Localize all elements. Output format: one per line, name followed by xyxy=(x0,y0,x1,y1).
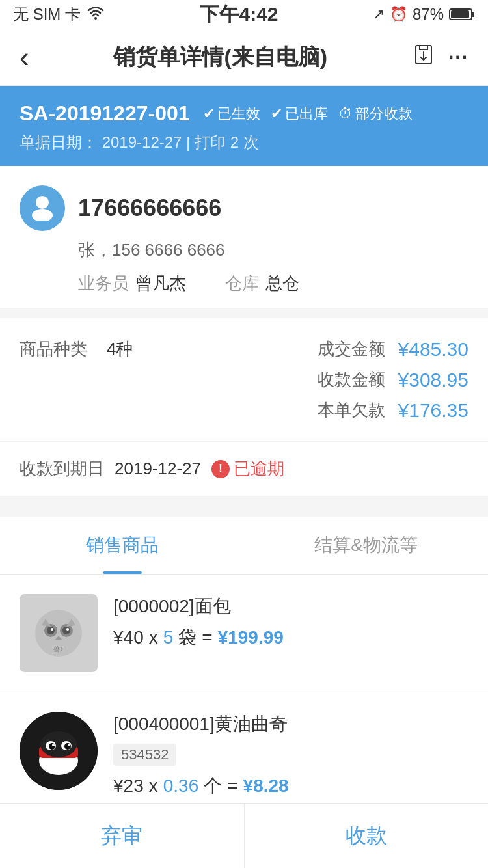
product-item-2: [000400001]黄油曲奇 534532 ¥23 x 0.36 个 = ¥8… xyxy=(0,692,488,819)
price-base-2: ¥23 xyxy=(113,776,144,796)
carrier-text: 无 SIM 卡 xyxy=(13,4,81,25)
status-badge-shipped: ✔ 已出库 xyxy=(271,104,328,124)
svg-point-25 xyxy=(64,743,71,750)
product-info-2: [000400001]黄油曲奇 534532 ¥23 x 0.36 个 = ¥8… xyxy=(113,712,468,798)
price-qty-1: 5 xyxy=(163,627,174,648)
product-thumbnail-2 xyxy=(20,712,98,790)
collect-payment-button[interactable]: 收款 xyxy=(245,804,489,868)
time-text: 下午4:42 xyxy=(200,1,278,28)
svg-point-10 xyxy=(47,627,55,634)
header-banner: SA-20191227-001 ✔ 已生效 ✔ 已出库 ⏱ 部分收款 单据日期：… xyxy=(0,86,488,166)
deal-amount-row: 成交金额 ¥485.30 xyxy=(318,338,468,360)
product-price-row-1: ¥40 x 5 袋 = ¥199.99 xyxy=(113,625,468,650)
product-tag-2: 534532 xyxy=(113,744,176,766)
product-name-2: [000400001]黄油曲奇 xyxy=(113,712,468,737)
svg-point-24 xyxy=(49,743,55,750)
wifi-icon xyxy=(86,5,105,23)
divider-2 xyxy=(0,496,488,506)
stats-section: 商品种类 4种 成交金额 ¥485.30 收款金额 ¥308.95 本单欠款 ¥… xyxy=(0,318,488,441)
avatar-icon xyxy=(27,191,57,226)
payment-row: 收款金额 ¥308.95 xyxy=(318,368,468,391)
customer-section: 17666666666 张，156 6666 6666 业务员 曾凡杰 仓库 总… xyxy=(0,166,488,308)
price-x-2: x xyxy=(149,776,158,796)
due-label: 收款到期日 xyxy=(20,457,104,480)
product-item: 兽+ [0000002]面包 ¥40 x 5 袋 = ¥199.99 xyxy=(0,575,488,692)
banner-date: 单据日期： 2019-12-27 | 打印 2 次 xyxy=(20,132,468,153)
svg-point-6 xyxy=(32,209,53,221)
due-section: 收款到期日 2019-12-27 ! 已逾期 xyxy=(0,441,488,496)
debt-value: ¥176.35 xyxy=(398,400,468,422)
customer-detail: 张，156 6666 6666 xyxy=(78,239,468,262)
status-bar: 无 SIM 卡 下午4:42 ↗ ⏰ 87% xyxy=(0,0,488,29)
product-name-1: [0000002]面包 xyxy=(113,594,468,619)
svg-rect-3 xyxy=(451,10,469,18)
product-price-row-2: ¥23 x 0.36 个 = ¥8.28 xyxy=(113,774,468,798)
price-equals-1: = xyxy=(202,627,212,648)
check-icon-2: ✔ xyxy=(271,105,282,122)
tab-underline xyxy=(103,571,142,574)
svg-point-5 xyxy=(36,196,49,209)
product-type-label: 商品种类 xyxy=(20,338,87,360)
status-right: ↗ ⏰ 87% xyxy=(373,5,475,23)
bottom-bar: 弃审 收款 xyxy=(0,803,488,868)
svg-point-12 xyxy=(51,628,53,631)
payment-value: ¥308.95 xyxy=(398,369,468,391)
more-icon[interactable]: ··· xyxy=(448,46,468,68)
product-info-1: [0000002]面包 ¥40 x 5 袋 = ¥199.99 xyxy=(113,594,468,650)
clock-icon: ⏱ xyxy=(338,105,353,122)
check-icon-1: ✔ xyxy=(203,105,215,122)
back-button[interactable]: ‹ xyxy=(20,41,29,74)
price-equals-2: = xyxy=(227,776,237,796)
alarm-icon: ⏰ xyxy=(390,6,407,23)
tab-products[interactable]: 销售商品 xyxy=(0,517,244,574)
page-title: 销货单详情(来自电脑) xyxy=(113,42,327,72)
due-date: 2019-12-27 xyxy=(115,459,201,479)
price-base-1: ¥40 xyxy=(113,627,144,648)
nav-bar: ‹ 销货单详情(来自电脑) ··· xyxy=(0,29,488,86)
battery-icon xyxy=(449,7,475,21)
svg-point-27 xyxy=(68,744,70,746)
sales-label: 业务员 xyxy=(78,272,129,295)
status-badges: ✔ 已生效 ✔ 已出库 ⏱ 部分收款 xyxy=(203,104,413,124)
owl-icon: 兽+ xyxy=(33,607,85,659)
stats-left: 商品种类 4种 xyxy=(20,338,133,360)
svg-point-0 xyxy=(94,17,97,20)
svg-point-26 xyxy=(52,744,55,746)
divider-1 xyxy=(0,308,488,318)
price-unit-2: 个 xyxy=(204,774,222,798)
overdue-text: 已逾期 xyxy=(234,457,284,480)
svg-point-13 xyxy=(66,628,69,631)
cancel-review-button[interactable]: 弃审 xyxy=(0,804,245,868)
products-section: 兽+ [0000002]面包 ¥40 x 5 袋 = ¥199.99 xyxy=(0,575,488,819)
product-image-placeholder-1: 兽+ xyxy=(20,594,98,672)
svg-text:兽+: 兽+ xyxy=(53,645,64,653)
price-qty-2: 0.36 xyxy=(163,776,199,796)
tab-settlement[interactable]: 结算&物流等 xyxy=(244,517,488,574)
battery-text: 87% xyxy=(413,5,444,23)
status-left: 无 SIM 卡 xyxy=(13,4,105,25)
price-total-1: ¥199.99 xyxy=(218,627,284,648)
sales-info: 业务员 曾凡杰 xyxy=(78,272,186,295)
status-badge-effective: ✔ 已生效 xyxy=(203,104,260,124)
share-icon[interactable] xyxy=(412,43,435,71)
order-id: SA-20191227-001 xyxy=(20,102,190,126)
product-image-2 xyxy=(20,712,98,790)
svg-rect-2 xyxy=(472,12,474,17)
debt-row: 本单欠款 ¥176.35 xyxy=(318,399,468,422)
product-type-value: 4种 xyxy=(107,338,133,360)
price-x-1: x xyxy=(149,627,158,648)
overdue-badge: ! 已逾期 xyxy=(211,457,284,480)
stats-right: 成交金额 ¥485.30 收款金额 ¥308.95 本单欠款 ¥176.35 xyxy=(318,338,468,422)
warehouse-label: 仓库 xyxy=(225,272,259,295)
debt-label: 本单欠款 xyxy=(318,399,385,422)
sales-value: 曾凡杰 xyxy=(135,272,186,295)
deal-amount-label: 成交金额 xyxy=(318,338,385,360)
avatar xyxy=(20,185,65,231)
deal-amount-value: ¥485.30 xyxy=(398,338,468,360)
product-thumbnail-1: 兽+ xyxy=(20,594,98,672)
payment-label: 收款金额 xyxy=(318,368,385,391)
price-total-2: ¥8.28 xyxy=(243,776,289,796)
tabs-section: 销售商品 结算&物流等 xyxy=(0,517,488,575)
customer-meta: 业务员 曾凡杰 仓库 总仓 xyxy=(78,272,468,295)
location-icon: ↗ xyxy=(373,6,385,23)
